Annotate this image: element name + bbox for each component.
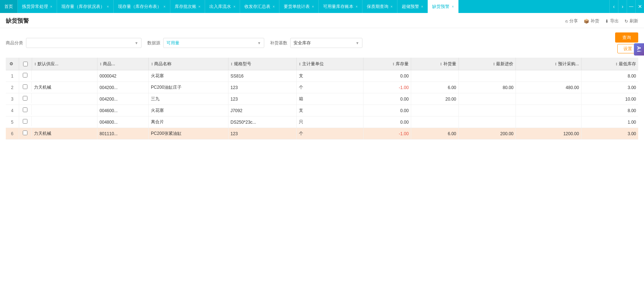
- close-icon[interactable]: ×: [421, 5, 423, 9]
- replenish-column-header[interactable]: ↕ 补货量: [411, 58, 459, 70]
- unit-column-header[interactable]: ↕ 主计量单位: [296, 58, 364, 70]
- refresh-button[interactable]: ↻ 刷新: [625, 18, 638, 24]
- export-label: 导出: [610, 18, 619, 24]
- supplier-column-header[interactable]: ↕ 默认供应...: [32, 58, 97, 70]
- close-icon[interactable]: ×: [107, 5, 109, 9]
- tab-inventory-status[interactable]: 现存量（库存状况表） ×: [57, 0, 114, 13]
- min-stock-cell: 1.00: [581, 116, 638, 128]
- stock-column-header[interactable]: ↕ 库存量: [364, 58, 411, 70]
- table-row: 5 004800... 离合片 DS250*23c... 只 0.00 1.00: [6, 116, 638, 128]
- product-code-column-header[interactable]: ↕ 商品...: [97, 58, 148, 70]
- product-name-cell: 火花塞: [149, 105, 229, 116]
- datasource-select[interactable]: 可用量 ▼: [163, 38, 264, 48]
- row-number: 3: [6, 93, 19, 105]
- row-checkbox[interactable]: [23, 84, 27, 89]
- row-checkbox[interactable]: [23, 107, 27, 112]
- row-checkbox[interactable]: [23, 96, 27, 101]
- tab-shortage[interactable]: 缺货预警 ×: [428, 0, 458, 13]
- row-checkbox-cell[interactable]: [19, 82, 32, 92]
- estimated-purchase-column-header[interactable]: ↕ 预计采购...: [516, 58, 581, 70]
- estimated-purchase-cell: [516, 116, 581, 128]
- tab-inventory-distribution[interactable]: 现存量（库存分布表） ×: [114, 0, 170, 13]
- row-checkbox[interactable]: [23, 131, 27, 135]
- row-number: 4: [6, 105, 19, 116]
- top-nav: 首页 拣货异常处理 × 现存量（库存状况表） × 现存量（库存分布表） × 库存…: [0, 0, 644, 13]
- row-checkbox-cell[interactable]: [19, 105, 32, 115]
- min-stock-cell: 10.00: [581, 93, 638, 105]
- row-checkbox-cell[interactable]: [19, 116, 32, 126]
- tab-summary[interactable]: 收发存汇总表 ×: [240, 0, 279, 13]
- replenish-cell: 6.00: [411, 128, 459, 140]
- close-icon[interactable]: ×: [50, 5, 52, 9]
- close-icon[interactable]: ×: [199, 5, 201, 9]
- product-code-cell: 004200...: [97, 93, 148, 105]
- close-icon[interactable]: ×: [273, 5, 275, 9]
- gear-icon[interactable]: ⚙: [8, 61, 14, 67]
- stock-cell: -1.00: [364, 128, 411, 140]
- row-checkbox[interactable]: [23, 73, 27, 78]
- checkbox-column-header[interactable]: [19, 58, 32, 70]
- refresh-label: 刷新: [630, 18, 638, 24]
- replenish-label: 补货: [591, 18, 599, 24]
- chevron-down-icon: ▼: [257, 41, 261, 45]
- tab-label: 拣货异常处理: [22, 4, 48, 10]
- table-row: 1 0000042 火花塞 SS816 支 0.00 8.00: [6, 70, 638, 82]
- spec-column-header[interactable]: ↕ 规格型号: [228, 58, 296, 70]
- export-button[interactable]: ⬇ 导出: [605, 18, 619, 24]
- query-button[interactable]: 查询: [615, 32, 638, 43]
- next-tab-button[interactable]: ›: [618, 0, 627, 13]
- category-label: 商品分类: [6, 40, 23, 46]
- tab-home[interactable]: 首页: [0, 0, 18, 13]
- select-all-checkbox[interactable]: [23, 62, 28, 66]
- row-checkbox-cell[interactable]: [19, 70, 32, 80]
- close-window-button[interactable]: ✕: [635, 0, 644, 13]
- tab-expiry-query[interactable]: 保质期查询 ×: [362, 0, 397, 13]
- supplier-cell: [32, 93, 97, 105]
- close-icon[interactable]: ×: [391, 5, 393, 9]
- latest-price-column-header[interactable]: ↕ 最新进价: [458, 58, 516, 70]
- settings-column-header[interactable]: ⚙: [6, 58, 19, 70]
- tab-batch-ledger[interactable]: 库存批次账 ×: [170, 0, 205, 13]
- tab-label: 要货单统计表: [284, 4, 310, 10]
- supplier-cell: 力天机械: [32, 128, 97, 140]
- stock-cell: 0.00: [364, 105, 411, 116]
- tab-overstock[interactable]: 超储预警 ×: [397, 0, 428, 13]
- tab-picking-exception[interactable]: 拣货异常处理 ×: [18, 0, 57, 13]
- prev-tab-button[interactable]: ‹: [609, 0, 618, 13]
- shortage-warning-table: ⚙ ↕ 默认供应... ↕ 商品... ↕ 商品名称: [6, 58, 638, 140]
- product-name-cell: 火花塞: [149, 70, 229, 82]
- min-stock-column-header[interactable]: ↕ 最低库存: [581, 58, 638, 70]
- tab-label: 现存量（库存状况表）: [61, 4, 105, 10]
- row-checkbox-cell[interactable]: [19, 128, 32, 138]
- tab-label: 缺货预警: [432, 4, 449, 10]
- share-label: 分享: [569, 18, 578, 24]
- share-button[interactable]: ⎋ 分享: [565, 18, 578, 24]
- minimize-button[interactable]: —: [627, 0, 635, 13]
- replenish-base-select[interactable]: 安全库存 ▼: [290, 38, 362, 48]
- close-icon[interactable]: ×: [233, 5, 235, 9]
- product-code-label: ↕ 商品...: [100, 61, 115, 66]
- product-name-column-header[interactable]: ↕ 商品名称: [149, 58, 229, 70]
- stock-cell: -1.00: [364, 82, 411, 93]
- close-icon[interactable]: ×: [164, 5, 166, 9]
- replenish-button[interactable]: 📦 补货: [584, 18, 599, 24]
- row-checkbox-cell[interactable]: [19, 93, 32, 103]
- tab-inout-flow[interactable]: 出入库流水 ×: [205, 0, 240, 13]
- table-header-row: ⚙ ↕ 默认供应... ↕ 商品... ↕ 商品名称: [6, 58, 638, 70]
- category-select[interactable]: ▼: [26, 38, 142, 48]
- tab-label: 现存量（库存分布表）: [118, 4, 161, 10]
- replenish-base-group: 补货基数 安全库存 ▼: [270, 38, 362, 48]
- close-icon[interactable]: ×: [356, 5, 358, 9]
- tab-label: 可用量库存账本: [323, 4, 353, 10]
- main-content: 缺货预警 ⎋ 分享 📦 补货 ⬇ 导出 ↻ 刷新 商品分类: [0, 13, 644, 287]
- close-icon[interactable]: ×: [312, 5, 314, 9]
- product-code-cell: 004200...: [97, 82, 148, 93]
- product-name-cell: 离合片: [149, 116, 229, 128]
- replenish-base-label: 补货基数: [270, 40, 287, 46]
- header-actions: ⎋ 分享 📦 补货 ⬇ 导出 ↻ 刷新: [565, 18, 638, 24]
- row-checkbox[interactable]: [23, 119, 27, 124]
- close-icon[interactable]: ×: [452, 5, 454, 9]
- tab-requisition-stats[interactable]: 要货单统计表 ×: [279, 0, 319, 13]
- ai-badge[interactable]: Ai: [634, 43, 644, 56]
- tab-available-ledger[interactable]: 可用量库存账本 ×: [319, 0, 362, 13]
